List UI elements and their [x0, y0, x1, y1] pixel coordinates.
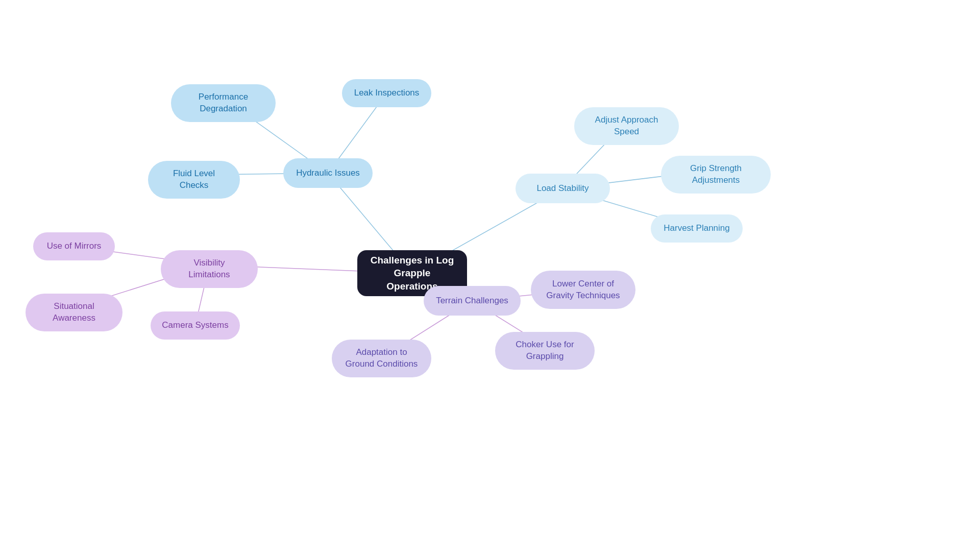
node-adjust_approach_speed: Adjust Approach Speed: [574, 107, 679, 145]
node-hydraulic_issues: Hydraulic Issues: [283, 158, 373, 188]
node-adaptation_ground: Adaptation to Ground Conditions: [332, 340, 431, 377]
node-lower_center_gravity: Lower Center of Gravity Techniques: [531, 271, 635, 309]
node-harvest_planning: Harvest Planning: [651, 214, 743, 243]
node-use_of_mirrors: Use of Mirrors: [33, 232, 115, 260]
node-terrain_challenges: Terrain Challenges: [424, 286, 521, 316]
connections-svg: [0, 0, 980, 553]
node-performance_degradation: Performance Degradation: [171, 84, 276, 122]
node-situational_awareness: Situational Awareness: [26, 294, 122, 331]
node-visibility_limitations: Visibility Limitations: [161, 250, 258, 288]
node-load_stability: Load Stability: [516, 174, 610, 203]
mindmap-container: Challenges in Log Grapple OperationsHydr…: [0, 0, 980, 553]
node-camera_systems: Camera Systems: [151, 311, 240, 340]
node-fluid_level_checks: Fluid Level Checks: [148, 161, 240, 199]
node-choker_use: Choker Use for Grappling: [495, 332, 595, 370]
node-leak_inspections: Leak Inspections: [342, 79, 431, 107]
node-grip_strength_adjustments: Grip Strength Adjustments: [661, 156, 771, 194]
